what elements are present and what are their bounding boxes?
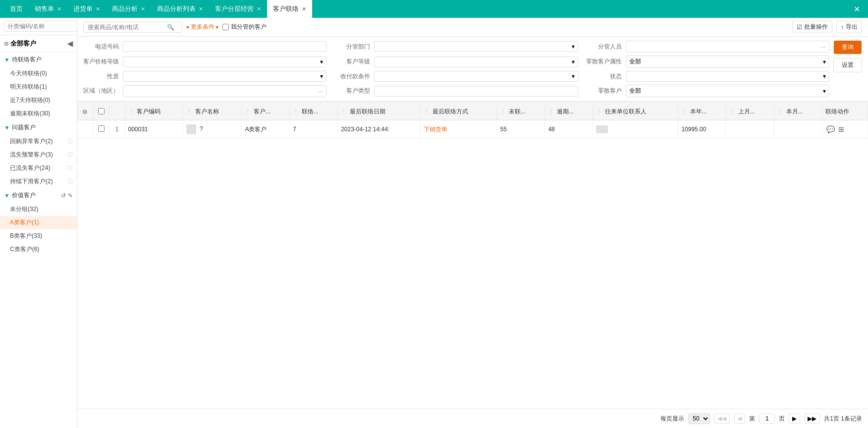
sidebar-item-b-class[interactable]: B类客户(33) xyxy=(0,229,77,243)
query-button[interactable]: 查询 xyxy=(834,41,862,54)
first-page-button[interactable]: ◀◀ xyxy=(714,414,730,424)
close-icon[interactable]: ✕ xyxy=(199,6,203,12)
page-number-input[interactable] xyxy=(759,414,775,424)
manager-input-wrap: ··· xyxy=(626,41,829,53)
last-method-link[interactable]: 下销货单 xyxy=(424,126,447,133)
chevron-down-icon: ▾ xyxy=(572,58,575,65)
row-last-month xyxy=(726,120,774,139)
cust-type-input[interactable] xyxy=(378,88,574,95)
filter-nature: 性质 ▾ xyxy=(83,71,326,82)
sidebar-item-c-class[interactable]: C类客户(6) xyxy=(0,243,77,256)
sidebar-item-churned[interactable]: 已流失客户(24) ⓘ xyxy=(0,161,77,175)
col-header-settings[interactable]: ⚙ xyxy=(77,104,93,120)
my-customers-checkbox[interactable] xyxy=(222,24,229,30)
cust-type-input-wrap xyxy=(374,86,578,97)
dots-icon[interactable]: ··· xyxy=(820,43,826,51)
edit-icon[interactable]: ✎ xyxy=(68,192,73,199)
sidebar-item-ungroup[interactable]: 未分组(32) xyxy=(0,203,77,216)
sidebar-section-problem[interactable]: ▼ 问题客户 xyxy=(0,120,77,135)
batch-op-button[interactable]: ☑ 批量操作 xyxy=(792,21,832,33)
export-button[interactable]: ↑ 导出 xyxy=(836,21,862,33)
col-header-this-month[interactable]: ⋮ 本月... xyxy=(774,104,822,120)
status-select[interactable]: ▾ xyxy=(626,71,829,82)
col-header-name[interactable]: ⋮ 客户名称 xyxy=(183,104,242,120)
filter-dept: 分管部门 ▾ xyxy=(334,41,578,52)
sidebar-section-pending[interactable]: ▼ 待联络客户 xyxy=(0,53,77,67)
search-icon[interactable]: 🔍 xyxy=(167,24,174,31)
close-icon[interactable]: ✕ xyxy=(257,6,261,12)
nature-select[interactable]: ▾ xyxy=(123,71,326,82)
nav-tab-purchase[interactable]: 进货单 ✕ xyxy=(67,0,106,18)
gear-icon[interactable]: ⚙ xyxy=(82,108,88,115)
close-icon[interactable]: ✕ xyxy=(57,6,61,12)
sidebar-item-today[interactable]: 今天待联络(0) xyxy=(0,67,77,80)
nav-tab-sales[interactable]: 销售单 ✕ xyxy=(29,0,67,18)
sidebar-item-abnormal[interactable]: 回购异常客户(2) ⓘ xyxy=(0,135,77,148)
chevron-down-icon: ▾ xyxy=(572,73,575,80)
retail-cust-select[interactable]: 全部 ▾ xyxy=(626,85,829,97)
arrow-down-icon: ▼ xyxy=(4,56,10,63)
next-page-button[interactable]: ▶ xyxy=(789,414,800,424)
col-header-last-method[interactable]: ⋮ 最后联络方式 xyxy=(421,104,497,120)
dots-icon[interactable]: ··· xyxy=(318,87,324,95)
col-header-last-date[interactable]: ⋮ 最后联络日期 xyxy=(338,104,421,120)
sidebar-section-value[interactable]: ▼ 价值客户 ↺ ✎ xyxy=(0,188,77,203)
nav-tab-customer-contact[interactable]: 客户联络 ✕ xyxy=(267,0,312,18)
nav-tab-analysis[interactable]: 商品分析 ✕ xyxy=(106,0,151,18)
chat-icon[interactable]: 💬 xyxy=(826,125,835,133)
select-all-checkbox[interactable] xyxy=(98,108,105,114)
table-container: ⚙ ⋮ 客户编码 ⋮ 客户名称 xyxy=(77,104,868,409)
col-header-last-month[interactable]: ⋮ 上月... xyxy=(726,104,774,120)
phone-input[interactable] xyxy=(126,43,323,50)
price-level-select[interactable]: ▾ xyxy=(123,56,326,67)
row-checkbox[interactable] xyxy=(98,125,105,132)
filter-more-button[interactable]: ▾ 更多条件 ▾ xyxy=(186,23,218,31)
col-header-contact[interactable]: ⋮ 联络... xyxy=(290,104,338,120)
region-input[interactable] xyxy=(126,88,284,95)
refresh-icon[interactable]: ↺ xyxy=(61,192,66,199)
window-close-button[interactable]: ✕ xyxy=(850,4,864,14)
setting-button[interactable]: 设置 xyxy=(833,58,862,72)
col-header-type[interactable]: ⋮ 客户... xyxy=(242,104,290,120)
col-header-this-year[interactable]: ⋮ 本年... xyxy=(678,104,726,120)
row-action[interactable]: 💬 ⊞ xyxy=(822,120,868,139)
row-last-method[interactable]: 下销货单 xyxy=(421,120,497,139)
col-header-contact-person[interactable]: ⋮ 往来单位联系人 xyxy=(593,104,678,120)
nav-tab-customer-ops[interactable]: 客户分层经营 ✕ xyxy=(209,0,267,18)
close-icon[interactable]: ✕ xyxy=(96,6,100,12)
page-size-select[interactable]: 50 xyxy=(688,413,710,424)
info-icon: ⓘ xyxy=(67,151,73,159)
filter-row-4: 区域（地区） ··· 客户类型 xyxy=(83,85,829,97)
col-header-code[interactable]: ⋮ 客户编码 xyxy=(125,104,183,120)
col-header-overdue[interactable]: ⋮ 逾期... xyxy=(545,104,593,120)
nav-home[interactable]: 首页 xyxy=(4,4,29,13)
my-customers-filter[interactable]: 我分管的客户 xyxy=(222,23,267,31)
sidebar-search-input[interactable] xyxy=(4,21,77,32)
col-header-checkbox[interactable] xyxy=(93,104,109,120)
sidebar-item-a-class[interactable]: A类客户(1) xyxy=(0,216,77,229)
sidebar-item-7days[interactable]: 近7天待联络(0) xyxy=(0,94,77,107)
retail-attr-select[interactable]: 全部 ▾ xyxy=(626,55,829,68)
sidebar-item-tomorrow[interactable]: 明天待联络(1) xyxy=(0,80,77,94)
prev-page-button[interactable]: ◀ xyxy=(734,414,745,424)
close-icon[interactable]: ✕ xyxy=(302,6,306,12)
row-checkbox-cell[interactable] xyxy=(93,120,109,139)
sidebar-item-overdue[interactable]: 逾期未联络(30) xyxy=(0,107,77,120)
payment-select[interactable]: ▾ xyxy=(374,71,578,82)
dept-select[interactable]: ▾ xyxy=(374,41,578,52)
manager-input[interactable] xyxy=(629,43,787,50)
filter-search-input[interactable] xyxy=(88,24,167,31)
nav-tab-analysis-list[interactable]: 商品分析列表 ✕ xyxy=(151,0,209,18)
table-body: 1 000031 ? A类客户 7 xyxy=(77,120,868,139)
sidebar-item-declining[interactable]: 持续下滑客户(2) ⓘ xyxy=(0,175,77,188)
last-page-button[interactable]: ▶▶ xyxy=(804,414,820,424)
close-icon[interactable]: ✕ xyxy=(141,6,145,12)
collapse-icon[interactable]: ◀ xyxy=(67,40,73,48)
col-header-uncontact[interactable]: ⋮ 未联... xyxy=(497,104,545,120)
advanced-filters: 电话号码 分管部门 ▾ xyxy=(77,37,868,102)
action-buttons: 查询 设置 xyxy=(833,41,862,97)
customer-level-select[interactable]: ▾ xyxy=(374,56,578,67)
sidebar-item-churn-warning[interactable]: 流失预警客户(3) ⓘ xyxy=(0,148,77,161)
filter-phone: 电话号码 xyxy=(83,41,326,52)
qrcode-icon[interactable]: ⊞ xyxy=(838,125,844,133)
